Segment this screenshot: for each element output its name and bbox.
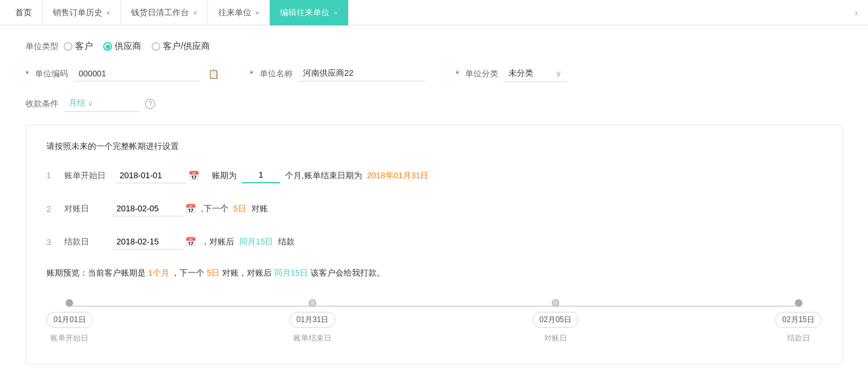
preview-label: 账期预览：当前客户账期是 — [46, 268, 146, 278]
sett-desc-highlight: 同月15日 — [239, 236, 273, 248]
timeline-badge-2: 02月05日 — [533, 312, 579, 328]
tab-sales-history-label: 销售订单历史 — [53, 7, 102, 18]
settings-section: 请按照未来的一个完整帐期进行设置 1 账单开始日 📅 账期为 个月,账单结束日期… — [25, 125, 843, 365]
tab-arrow[interactable]: › — [850, 8, 863, 18]
timeline-badge-0: 01月01日 — [46, 312, 93, 328]
unit-type-radio-group: 客户 供应商 客户/供应商 — [64, 41, 210, 52]
timeline-dot-2 — [552, 299, 559, 307]
timeline-dot-1 — [309, 299, 316, 307]
rec-desc-prefix: ,下一个 — [201, 203, 228, 215]
radio-both-circle — [151, 42, 160, 51]
unit-type-row: 单位类型 客户 供应商 客户/供应商 — [25, 41, 843, 52]
row-num-1: 1 — [46, 171, 59, 180]
tab-home[interactable]: 首页 — [5, 0, 43, 25]
unit-code-input[interactable] — [73, 66, 200, 81]
period-end-date: 2018年01月31日 — [367, 170, 429, 181]
unit-name-label: 单位名称 — [260, 68, 293, 80]
tab-partner-units-close[interactable]: × — [255, 9, 259, 17]
radio-both-label: 客户/供应商 — [163, 41, 210, 52]
period-suffix: 个月,账单结束日期为 — [285, 170, 362, 181]
setting-row-3: 3 结款日 📅 ，对账后 同月15日 结款 — [46, 234, 822, 250]
unit-type-label: 单位类型 — [25, 41, 59, 52]
calendar-icon-2[interactable]: 📅 — [185, 204, 196, 214]
unit-category-select[interactable]: 未分类 ∨ — [503, 65, 567, 82]
unit-name-input[interactable] — [298, 66, 425, 81]
section-title: 请按照未来的一个完整帐期进行设置 — [46, 141, 822, 152]
unit-code-label: 单位编码 — [35, 68, 68, 80]
preview-part2-sep: 对账，对账后 — [222, 268, 272, 278]
preview-part3-suffix: 该客户会给我打款。 — [311, 268, 385, 278]
help-icon[interactable]: ? — [145, 99, 155, 109]
tab-edit-partner[interactable]: 编辑往来单位 × — [270, 0, 348, 25]
preview-part2: 5日 — [207, 268, 220, 278]
payment-terms-dropdown[interactable]: 月结 ∨ — [64, 95, 140, 112]
date-input-3[interactable] — [113, 234, 183, 250]
unit-category-label: 单位分类 — [465, 68, 498, 80]
row-field-label-2: 对账日 — [64, 203, 102, 215]
date-input-wrap-2: 📅 — [113, 201, 196, 216]
calendar-icon-1[interactable]: 📅 — [188, 171, 199, 181]
tab-sales-history[interactable]: 销售订单历史 × — [43, 0, 121, 25]
unit-category-arrow: ∨ — [556, 69, 562, 78]
page-content: 单位类型 客户 供应商 客户/供应商 * 单位编码 📋 * 单位名称 * 单位分… — [0, 25, 868, 387]
setting-row-1: 1 账单开始日 📅 账期为 个月,账单结束日期为 2018年01月31日 — [46, 167, 822, 183]
row-field-label-3: 结款日 — [64, 236, 102, 248]
radio-both[interactable]: 客户/供应商 — [151, 41, 210, 52]
rec-desc-suffix: 对账 — [251, 203, 268, 215]
calendar-icon-3[interactable]: 📅 — [185, 237, 196, 247]
timeline-item-1: 01月31日 账单结束日 — [290, 299, 336, 344]
tab-sales-history-close[interactable]: × — [106, 9, 110, 17]
setting-row-2: 2 对账日 📅 ,下一个 5日 对账 — [46, 201, 822, 216]
radio-customer-label: 客户 — [75, 41, 93, 52]
tab-edit-partner-label: 编辑往来单位 — [280, 7, 330, 18]
radio-customer-circle — [64, 42, 73, 51]
preview-part1: 1个月 — [148, 268, 169, 278]
timeline-badge-1: 01月31日 — [290, 312, 336, 328]
radio-customer[interactable]: 客户 — [64, 41, 93, 52]
timeline-badge-3: 02月15日 — [775, 312, 822, 328]
tab-cash-work-close[interactable]: × — [193, 9, 197, 17]
payment-terms-label: 收款条件 — [25, 98, 59, 109]
preview-part1-sep: ，下一个 — [171, 268, 204, 278]
date-input-1[interactable] — [116, 168, 186, 183]
timeline-label-0: 账单开始日 — [50, 333, 88, 344]
tab-bar: 首页 销售订单历史 × 钱货日清工作台 × 往来单位 × 编辑往来单位 × › — [0, 0, 868, 25]
timeline-items: 01月01日 账单开始日 01月31日 账单结束日 02月05日 对账日 02月… — [46, 299, 822, 344]
rec-desc-highlight: 5日 — [234, 203, 246, 215]
unit-code-star: * — [25, 69, 29, 79]
radio-supplier-circle — [103, 42, 112, 51]
timeline-item-3: 02月15日 结款日 — [775, 299, 822, 344]
tab-cash-work[interactable]: 钱货日清工作台 × — [121, 0, 207, 25]
unit-info-row: * 单位编码 📋 * 单位名称 * 单位分类 未分类 ∨ — [25, 65, 843, 82]
timeline-label-3: 结款日 — [787, 333, 810, 344]
radio-supplier[interactable]: 供应商 — [103, 41, 141, 52]
preview-part3: 同月15日 — [274, 268, 308, 278]
tab-home-label: 首页 — [15, 7, 32, 18]
payment-terms-row: 收款条件 月结 ∨ ? — [25, 95, 843, 112]
sett-desc-prefix: ，对账后 — [201, 236, 234, 248]
timeline-label-2: 对账日 — [544, 333, 567, 344]
date-input-wrap-1: 📅 — [116, 168, 199, 183]
unit-name-star: * — [249, 69, 253, 79]
tab-cash-work-label: 钱货日清工作台 — [131, 7, 189, 18]
period-prefix: 账期为 — [212, 170, 237, 181]
tab-edit-partner-close[interactable]: × — [333, 9, 337, 17]
unit-category-star: * — [456, 69, 459, 79]
copy-icon[interactable]: 📋 — [208, 69, 219, 79]
payment-terms-value: 月结 — [69, 97, 85, 109]
radio-supplier-label: 供应商 — [115, 41, 141, 52]
payment-terms-arrow: ∨ — [88, 99, 93, 108]
period-input[interactable] — [242, 167, 280, 183]
timeline-dot-3 — [795, 299, 802, 307]
timeline-label-1: 账单结束日 — [293, 333, 332, 344]
row-field-label-1: 账单开始日 — [64, 170, 106, 181]
timeline-dot-0 — [66, 299, 73, 307]
date-input-wrap-3: 📅 — [113, 234, 196, 250]
unit-category-value: 未分类 — [508, 67, 556, 79]
timeline-item-0: 01月01日 账单开始日 — [46, 299, 93, 344]
timeline-item-2: 02月05日 对账日 — [533, 299, 579, 344]
row-num-2: 2 — [46, 204, 59, 214]
timeline: 01月01日 账单开始日 01月31日 账单结束日 02月05日 对账日 02月… — [46, 294, 822, 349]
tab-partner-units[interactable]: 往来单位 × — [208, 0, 270, 25]
date-input-2[interactable] — [113, 201, 183, 216]
